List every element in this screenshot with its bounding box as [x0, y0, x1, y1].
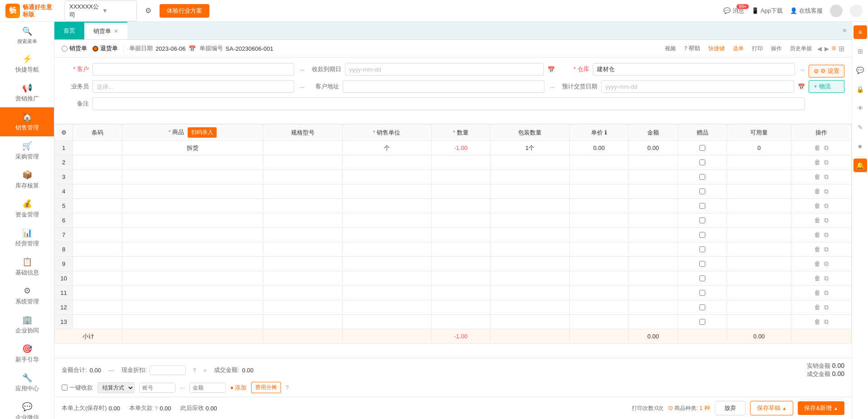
logistics-button[interactable]: + 物流 — [809, 80, 844, 93]
next-icon[interactable]: ▶ — [824, 45, 829, 52]
sidebar-item-quick-nav[interactable]: ⚡ 快捷导航 — [0, 49, 54, 78]
avatar[interactable] — [830, 5, 843, 17]
copy-icon[interactable]: ⧉ — [824, 144, 829, 151]
salesman-dots[interactable]: ··· — [300, 83, 305, 90]
add-payment-button[interactable]: ● 添加 — [230, 384, 247, 392]
expected-date-input[interactable] — [601, 80, 794, 93]
th-settings[interactable]: ⚙ — [55, 125, 73, 141]
copy-icon[interactable]: ⧉ — [824, 159, 829, 166]
calendar-icon[interactable]: 📅 — [189, 45, 196, 52]
delete-icon[interactable]: 🗑 — [814, 246, 820, 253]
delete-icon[interactable]: 🗑 — [814, 159, 820, 166]
sidebar-item-enterprise[interactable]: 🏢 企业协同 — [0, 310, 54, 339]
save-new-button[interactable]: 保存&新增 ▲ — [798, 401, 844, 415]
online-service-button[interactable]: 👤 在线客服 — [790, 7, 823, 15]
radio-return[interactable]: 退货单 — [92, 44, 118, 53]
copy-icon[interactable]: ⧉ — [824, 202, 829, 209]
copy-icon[interactable]: ⧉ — [824, 303, 829, 311]
tab-close-icon[interactable]: ✕ — [114, 28, 118, 34]
sidebar-item-app-center[interactable]: 🔧 应用中心 — [0, 368, 54, 397]
rp-edit[interactable]: ✎ — [853, 120, 867, 134]
grid-view-icon[interactable]: ⊞ — [839, 44, 844, 53]
settlement-select[interactable]: 结算方式 — [97, 382, 135, 393]
list-view-icon[interactable]: ≡ — [832, 44, 836, 53]
message-button[interactable]: 💬 消息 99+ — [723, 7, 744, 15]
close-all-tabs[interactable]: ✕ — [842, 27, 852, 34]
calendar3-icon[interactable]: 📅 — [798, 83, 805, 90]
operate-button[interactable]: 操作 — [768, 44, 785, 53]
app-download-button[interactable]: 📱 App下载 — [752, 7, 783, 15]
company-select[interactable]: XXXXXX公司 ▼ — [64, 0, 137, 21]
fee-split-button[interactable]: 费用分摊 — [251, 382, 281, 393]
tab-sales-order[interactable]: 销货单 ✕ — [84, 22, 127, 39]
due-date-input[interactable] — [345, 63, 544, 76]
one-click-pay-checkbox[interactable]: 一键收款 — [62, 384, 93, 392]
table-wrapper[interactable]: ⚙ 条码 * 商品 扫码录入 规格型号 * 销售单位 * 数量 包装数量 单价 … — [54, 124, 852, 358]
sidebar-item-guide[interactable]: 🎯 新手引导 — [0, 339, 54, 368]
scan-button[interactable]: 扫码录入 — [188, 127, 217, 138]
delete-icon[interactable]: 🗑 — [814, 318, 820, 325]
rp-lock[interactable]: 🔒 — [853, 82, 867, 96]
abandon-button[interactable]: 放弃 — [715, 401, 746, 415]
rp-grid-view[interactable]: ⊞ — [853, 44, 867, 58]
address-input[interactable] — [343, 80, 544, 93]
sidebar-item-operation[interactable]: 📊 经营管理 — [0, 223, 54, 252]
sidebar-item-inventory[interactable]: 📦 库存核算 — [0, 165, 54, 194]
form-settings-button[interactable]: ⚙ ⚙ 设置 — [809, 65, 844, 77]
sidebar-item-wechat[interactable]: 💬 企业微信 — [0, 397, 54, 419]
sidebar-item-system[interactable]: ⚙ 系统管理 — [0, 281, 54, 310]
radio-sales[interactable]: 销货单 — [62, 44, 87, 53]
remark-input[interactable] — [92, 97, 805, 110]
warehouse-dots[interactable]: ··· — [800, 66, 805, 73]
avatar2[interactable] — [850, 5, 863, 17]
copy-icon[interactable]: ⧉ — [824, 231, 829, 238]
account-input[interactable] — [139, 383, 175, 393]
copy-icon[interactable]: ⧉ — [824, 217, 829, 224]
calendar2-icon[interactable]: 📅 — [548, 66, 555, 73]
salesman-input[interactable] — [92, 80, 294, 93]
save-draft-button[interactable]: 保存草稿 ▲ — [750, 401, 794, 415]
customer-dots[interactable]: ··· — [300, 66, 305, 73]
help-button[interactable]: ? 帮助 — [681, 43, 703, 53]
sidebar-item-marketing[interactable]: 📢 营销推广 — [0, 78, 54, 107]
delete-icon[interactable]: 🗑 — [814, 188, 820, 195]
copy-icon[interactable]: ⧉ — [824, 173, 829, 180]
delete-icon[interactable]: 🗑 — [814, 202, 820, 209]
copy-icon[interactable]: ⧉ — [824, 260, 829, 267]
sidebar-item-purchase[interactable]: 🛒 采购管理 — [0, 136, 54, 165]
sidebar-item-basic[interactable]: 📋 基础信息 — [0, 252, 54, 281]
rp-list-view[interactable]: ≡ — [853, 25, 867, 39]
select-button[interactable]: 选单 — [730, 44, 747, 53]
copy-icon[interactable]: ⧉ — [824, 275, 829, 282]
delete-icon[interactable]: 🗑 — [814, 231, 820, 238]
delete-icon[interactable]: 🗑 — [814, 144, 820, 151]
delete-icon[interactable]: 🗑 — [814, 303, 820, 311]
prev-icon[interactable]: ◀ — [817, 45, 822, 52]
trial-button[interactable]: 体验行业方案 — [160, 4, 209, 18]
warehouse-input[interactable] — [593, 63, 795, 76]
account-dots[interactable]: ··· — [180, 384, 185, 391]
sidebar-item-search[interactable]: 🔍 搜索菜单 — [0, 22, 54, 49]
copy-icon[interactable]: ⧉ — [824, 246, 829, 253]
settings-icon[interactable]: ⚙ — [141, 4, 155, 18]
rp-chat[interactable]: 💬 — [853, 63, 867, 77]
copy-icon[interactable]: ⧉ — [824, 318, 829, 325]
delete-icon[interactable]: 🗑 — [814, 260, 820, 267]
delete-icon[interactable]: 🗑 — [814, 173, 820, 180]
delete-icon[interactable]: 🗑 — [814, 217, 820, 224]
rp-preview[interactable]: 👁 — [853, 101, 867, 115]
delete-icon[interactable]: 🗑 — [814, 275, 820, 282]
delete-icon[interactable]: 🗑 — [814, 289, 820, 296]
amount-input[interactable] — [189, 383, 226, 393]
sidebar-item-finance[interactable]: 💰 资金管理 — [0, 194, 54, 223]
cash-discount-input[interactable] — [150, 366, 186, 375]
rp-notification[interactable]: 🔔 — [853, 159, 867, 172]
tab-home[interactable]: 首页 — [54, 22, 84, 39]
print-button[interactable]: 打印 — [749, 44, 766, 53]
history-button[interactable]: 历史单据 — [787, 44, 815, 53]
copy-icon[interactable]: ⧉ — [824, 188, 829, 195]
rp-star[interactable]: ★ — [853, 140, 867, 153]
video-button[interactable]: 视频 — [662, 44, 679, 53]
address-dots[interactable]: ··· — [550, 83, 555, 90]
copy-icon[interactable]: ⧉ — [824, 289, 829, 296]
